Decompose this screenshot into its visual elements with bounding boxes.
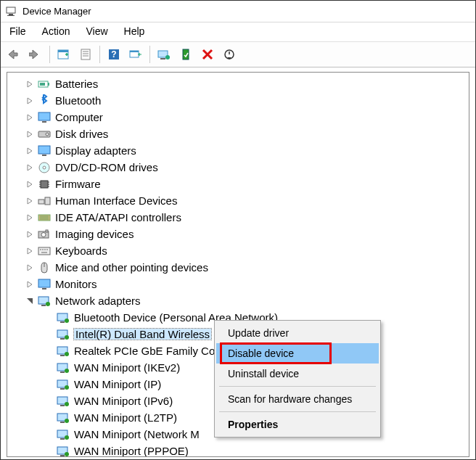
svg-point-62 (65, 335, 69, 340)
ctx-properties[interactable]: Properties (216, 414, 379, 435)
net-icon (57, 378, 70, 391)
menu-action[interactable]: Action (42, 25, 70, 37)
svg-rect-22 (42, 121, 46, 123)
update-driver-button[interactable] (154, 44, 174, 65)
svg-rect-37 (45, 197, 50, 205)
tree-item-label: WAN Miniport (Network M (74, 429, 200, 440)
svg-rect-2 (7, 15, 15, 16)
monitor-icon (38, 111, 51, 124)
chevron-right-icon[interactable] (25, 129, 35, 139)
chevron-right-icon[interactable] (25, 146, 35, 156)
chevron-right-icon[interactable] (25, 246, 35, 256)
chevron-right-icon[interactable] (25, 279, 35, 289)
tree-item-label: Bluetooth (55, 95, 101, 107)
ctx-update-driver[interactable]: Update driver (216, 323, 379, 343)
tree-item[interactable]: Firmware (7, 176, 469, 192)
chevron-down-icon[interactable] (25, 296, 35, 306)
svg-rect-1 (9, 14, 13, 15)
net-icon (57, 428, 70, 441)
svg-rect-45 (38, 247, 50, 255)
chevron-right-icon[interactable] (25, 196, 35, 206)
tree-item-label: WAN Miniport (IPv6) (74, 395, 173, 407)
tree-item[interactable]: Human Interface Devices (7, 192, 469, 209)
menu-help[interactable]: Help (124, 25, 145, 37)
tree-item-label: WAN Miniport (IKEv2) (74, 362, 180, 374)
tree-item-label: DVD/CD-ROM drives (55, 162, 158, 173)
tree-item-label: Disk drives (55, 128, 108, 140)
disk-icon (38, 128, 51, 141)
uninstall-device-button[interactable] (197, 44, 218, 65)
tree-item-label: Imaging devices (55, 229, 134, 240)
tree-item[interactable]: Display adapters (7, 142, 469, 159)
svg-point-65 (65, 352, 69, 356)
svg-text:?: ? (111, 49, 116, 59)
chip-icon (38, 178, 51, 191)
separator (49, 46, 50, 63)
tree-item-label: Keyboards (55, 245, 107, 257)
ctx-scan-hardware[interactable]: Scan for hardware changes (216, 389, 379, 409)
battery-icon (38, 78, 51, 91)
svg-rect-16 (183, 49, 189, 59)
tree-item[interactable]: Bluetooth (7, 92, 469, 109)
svg-rect-25 (38, 146, 50, 154)
chevron-right-icon[interactable] (25, 263, 35, 273)
tree-item[interactable]: IDE ATA/ATAPI controllers (7, 209, 469, 226)
devmgr-icon (5, 6, 17, 17)
ctx-uninstall-device[interactable]: Uninstall device (216, 364, 379, 384)
tree-item[interactable]: Disk drives (7, 126, 469, 142)
ctx-disable-device[interactable]: Disable device (216, 343, 379, 364)
back-button[interactable] (4, 44, 24, 65)
forward-button[interactable] (25, 44, 46, 65)
svg-point-68 (65, 369, 69, 373)
svg-point-83 (65, 452, 69, 456)
help-button[interactable]: ? (104, 44, 124, 65)
scan-hardware-button[interactable] (126, 44, 146, 65)
net-icon (57, 311, 70, 324)
svg-rect-73 (60, 405, 65, 406)
separator (219, 386, 376, 387)
svg-point-56 (46, 302, 50, 306)
tree-item[interactable]: Computer (7, 109, 469, 126)
tree-item[interactable]: Batteries (7, 75, 469, 92)
tree-item[interactable]: Imaging devices (7, 226, 469, 242)
svg-rect-79 (60, 438, 65, 440)
net-icon (38, 295, 51, 308)
svg-rect-46 (40, 249, 41, 250)
svg-rect-53 (42, 288, 46, 289)
menu-view[interactable]: View (86, 25, 107, 37)
svg-rect-20 (40, 83, 45, 86)
tree-item-label: Batteries (55, 78, 98, 90)
chevron-right-icon[interactable] (25, 96, 35, 106)
svg-point-74 (65, 402, 69, 406)
svg-rect-70 (60, 388, 65, 390)
tree-item[interactable]: Monitors (7, 276, 469, 292)
net-icon (57, 445, 70, 458)
svg-rect-36 (38, 200, 44, 204)
net-icon (57, 411, 70, 424)
svg-rect-58 (60, 321, 65, 323)
tree-item-adapter[interactable]: WAN Miniport (PPPOE) (7, 443, 469, 457)
tree-item-label: Human Interface Devices (55, 195, 177, 207)
tree-item[interactable]: DVD/CD-ROM drives (7, 159, 469, 176)
svg-rect-21 (38, 112, 50, 120)
chevron-right-icon[interactable] (25, 79, 35, 89)
tree-item[interactable]: Keyboards (7, 242, 469, 259)
chevron-right-icon[interactable] (25, 112, 35, 123)
show-hide-console-button[interactable] (54, 44, 74, 65)
chevron-right-icon[interactable] (25, 229, 35, 239)
tree-item[interactable]: Mice and other pointing devices (7, 259, 469, 276)
disable-device-button[interactable] (219, 44, 239, 65)
properties-button[interactable] (75, 44, 96, 65)
ide-icon (38, 211, 51, 224)
chevron-right-icon[interactable] (25, 163, 35, 173)
svg-rect-61 (60, 338, 65, 340)
tree-item-network[interactable]: Network adapters (7, 292, 469, 309)
keyboard-icon (38, 245, 51, 258)
chevron-right-icon[interactable] (25, 213, 35, 223)
enable-device-button[interactable] (176, 44, 196, 65)
svg-point-59 (65, 319, 69, 323)
chevron-right-icon[interactable] (25, 179, 35, 189)
tree-item-label: WAN Miniport (IP) (74, 379, 161, 390)
menu-file[interactable]: File (9, 25, 26, 37)
svg-rect-64 (60, 355, 65, 356)
